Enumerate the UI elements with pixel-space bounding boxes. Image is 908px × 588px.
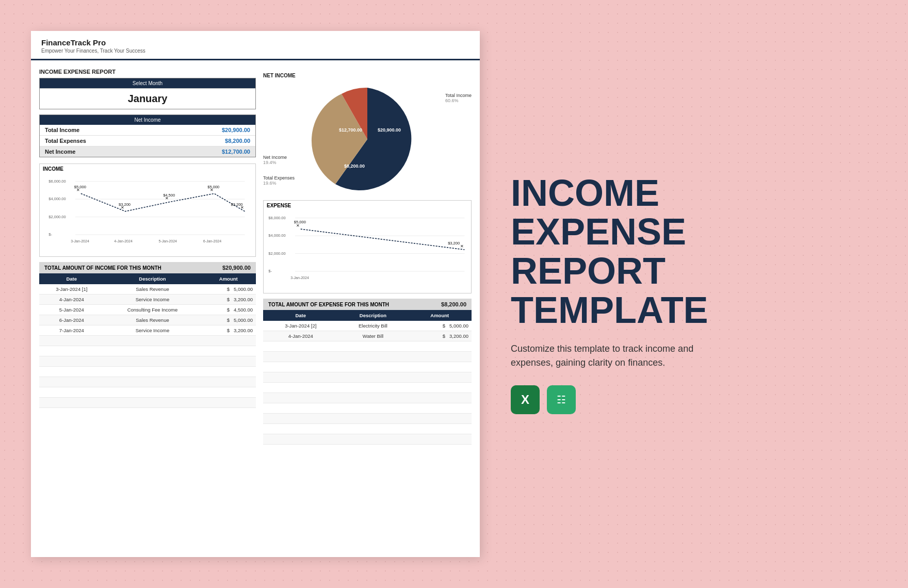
total-income-row: Total Income $20,900.00 <box>40 125 255 136</box>
excel-icon[interactable]: X <box>511 385 540 414</box>
svg-text:$4,000.00: $4,000.00 <box>48 197 66 201</box>
svg-text:$6,000.00: $6,000.00 <box>48 179 66 184</box>
report-section-title: Income Expense Report <box>39 69 256 75</box>
expense-total-value: $8,200.00 <box>441 301 466 307</box>
income-col-date: Date <box>39 273 104 284</box>
svg-text:5-Jan-2024: 5-Jan-2024 <box>159 239 177 243</box>
net-income-value: $12,700.00 <box>222 149 250 155</box>
app-subtitle: Empower Your Finances, Track Your Succes… <box>41 48 469 54</box>
income-table-wrap: Date Description Amount 3-Jan-2024 [1]Sa… <box>39 273 256 408</box>
right-column: NET INCOME $20,900.00 $8,200 <box>263 69 472 549</box>
pie-container: $20,900.00 $8,200.00 $12,700.00 Total In… <box>263 83 472 196</box>
svg-text:3-Jan-2024: 3-Jan-2024 <box>71 239 89 243</box>
svg-text:6-Jan-2024: 6-Jan-2024 <box>203 239 222 243</box>
income-table: Date Description Amount 3-Jan-2024 [1]Sa… <box>39 273 256 408</box>
net-income-label: Net Income <box>45 149 75 155</box>
svg-text:$5,000: $5,000 <box>207 185 219 189</box>
svg-text:$4,000.00: $4,000.00 <box>268 233 285 238</box>
income-col-desc: Description <box>104 273 201 284</box>
svg-text:4-Jan-2024: 4-Jan-2024 <box>114 239 133 243</box>
expense-col-desc: Description <box>338 310 408 321</box>
income-col-amount: Amount <box>201 273 256 284</box>
svg-text:$8,000.00: $8,000.00 <box>268 216 285 220</box>
svg-text:$12,700.00: $12,700.00 <box>339 127 362 133</box>
net-income-chart-title: NET INCOME <box>263 73 472 78</box>
sheets-symbol: ☷ <box>557 394 566 406</box>
sheet-content: Income Expense Report Select Month Janua… <box>31 60 480 557</box>
svg-text:$20,900.00: $20,900.00 <box>378 127 401 133</box>
svg-text:$5,000: $5,000 <box>294 220 306 224</box>
income-total-bar: TOTAL AMOUNT OF INCOME FOR THIS MONTH $2… <box>39 262 256 273</box>
income-total-label: TOTAL AMOUNT OF INCOME FOR THIS MONTH <box>44 265 161 271</box>
spreadsheet-panel: FinanceTrack Pro Empower Your Finances, … <box>31 31 480 557</box>
app-icons: X ☷ <box>511 385 882 414</box>
marketing-description: Customize this template to track income … <box>511 342 707 370</box>
expense-chart-inner: $8,000.00 $4,000.00 $2,000.00 $- <box>264 210 471 293</box>
pie-label-expenses: Total Expenses19.6% <box>263 175 295 186</box>
sheet-header: FinanceTrack Pro Empower Your Finances, … <box>31 31 480 60</box>
svg-text:$5,000: $5,000 <box>74 185 86 189</box>
svg-text:$3,200: $3,200 <box>231 202 243 207</box>
svg-text:$2,000.00: $2,000.00 <box>268 251 285 256</box>
expense-chart-title: EXPENSE <box>264 201 471 210</box>
income-chart-svg: $6,000.00 $4,000.00 $2,000.00 $- <box>43 177 252 249</box>
net-income-box: Net Income Total Income $20,900.00 Total… <box>39 115 256 157</box>
svg-text:$3,200: $3,200 <box>119 202 131 207</box>
select-month-box[interactable]: Select Month January <box>39 78 256 109</box>
svg-text:$8,200.00: $8,200.00 <box>344 164 365 169</box>
left-column: Income Expense Report Select Month Janua… <box>39 69 256 549</box>
svg-text:$-: $- <box>48 232 52 237</box>
selected-month-value: January <box>40 88 255 109</box>
total-expenses-value: $8,200.00 <box>225 138 250 144</box>
excel-symbol: X <box>521 393 529 407</box>
svg-text:$4,500: $4,500 <box>163 193 175 198</box>
total-income-label: Total Income <box>45 127 79 133</box>
expense-col-amount: Amount <box>408 310 472 321</box>
pie-label-net-income: Net Income19.4% <box>263 155 287 165</box>
income-chart-box: INCOME $6,000.00 $4,000.00 $2,000.00 $- <box>39 164 256 257</box>
pie-chart-svg: $20,900.00 $8,200.00 $12,700.00 <box>311 83 424 196</box>
total-expenses-label: Total Expenses <box>45 138 86 144</box>
net-income-chart-area: NET INCOME $20,900.00 $8,200 <box>263 69 472 200</box>
svg-text:✕: ✕ <box>460 244 464 249</box>
net-income-header: Net Income <box>40 115 255 125</box>
expense-total-label: TOTAL AMOUNT OF EXPENSE FOR THIS MONTH <box>268 302 389 307</box>
expense-total-bar: TOTAL AMOUNT OF EXPENSE FOR THIS MONTH $… <box>263 299 472 310</box>
svg-text:3-Jan-2024: 3-Jan-2024 <box>290 276 309 280</box>
income-chart-title: INCOME <box>40 164 255 174</box>
expense-table-wrap: Date Description Amount 3-Jan-2024 [2]El… <box>263 310 472 445</box>
expense-col-date: Date <box>263 310 338 321</box>
expense-chart-svg: $8,000.00 $4,000.00 $2,000.00 $- <box>267 214 468 286</box>
income-chart-inner: $6,000.00 $4,000.00 $2,000.00 $- <box>40 174 255 256</box>
total-expenses-row: Total Expenses $8,200.00 <box>40 136 255 146</box>
marketing-title: INCOMEEXPENSEREPORTTEMPLATE <box>511 174 882 330</box>
svg-text:$2,000.00: $2,000.00 <box>48 215 66 219</box>
svg-text:$-: $- <box>268 269 272 273</box>
marketing-panel: INCOMEEXPENSEREPORTTEMPLATE Customize th… <box>480 0 908 588</box>
svg-text:$3,200: $3,200 <box>448 241 460 246</box>
expense-table: Date Description Amount 3-Jan-2024 [2]El… <box>263 310 472 445</box>
pie-label-total-income: Total Income60.6% <box>445 93 472 103</box>
sheets-icon[interactable]: ☷ <box>547 385 576 414</box>
income-total-value: $20,900.00 <box>222 265 251 271</box>
net-income-row: Net Income $12,700.00 <box>40 146 255 157</box>
net-income-rows: Total Income $20,900.00 Total Expenses $… <box>40 125 255 157</box>
expense-chart-box: EXPENSE $8,000.00 $4,000.00 $2,000.00 $- <box>263 200 472 293</box>
app-title: FinanceTrack Pro <box>41 38 469 47</box>
total-income-value: $20,900.00 <box>222 127 250 133</box>
select-month-label: Select Month <box>40 78 255 88</box>
